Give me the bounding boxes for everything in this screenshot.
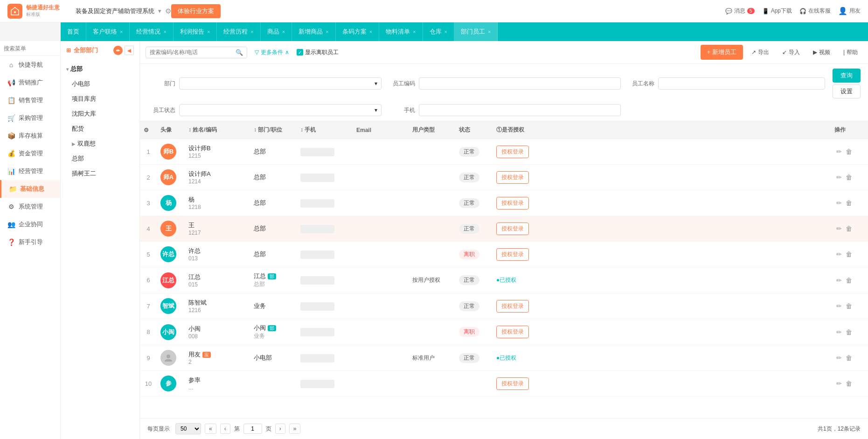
delete-button[interactable]: 🗑	[844, 173, 854, 182]
tab-barcode[interactable]: 条码方案 ×	[336, 22, 379, 41]
search-input[interactable]	[150, 49, 234, 56]
sidebar-item-operation[interactable]: 📊 经营管理	[0, 162, 60, 180]
dept-edit-icon[interactable]: ✏	[113, 46, 123, 55]
tab-home[interactable]: 首页	[61, 22, 86, 41]
dept-node-zongbu[interactable]: ▾ 总部	[61, 62, 139, 77]
close-warehouse-tab[interactable]: ×	[444, 29, 447, 35]
sidebar-item-marketing[interactable]: 📢 营销推广	[0, 74, 60, 91]
filter-emp-name-input[interactable]	[658, 77, 825, 90]
export-button[interactable]: ↗ 导出	[747, 46, 774, 59]
close-customer-tab[interactable]: ×	[120, 29, 123, 35]
tab-customer[interactable]: 客户联络 ×	[86, 22, 130, 41]
tab-dept-staff[interactable]: 部门员工 ×	[454, 22, 498, 41]
tab-operation[interactable]: 经营情况 ×	[130, 22, 173, 41]
filter-dept-select[interactable]: ▾	[179, 77, 382, 90]
last-page-button[interactable]: »	[289, 424, 301, 434]
system-title-arrow[interactable]: ▾	[158, 7, 161, 14]
auth-login-button[interactable]: 授权登录	[496, 300, 529, 313]
edit-button[interactable]: ✏	[834, 173, 844, 182]
settings-icon[interactable]: ⚙	[165, 7, 171, 15]
page-input[interactable]	[243, 424, 262, 434]
query-button[interactable]: 查询	[833, 69, 861, 83]
close-history-tab[interactable]: ×	[250, 29, 253, 35]
edit-button[interactable]: ✏	[834, 301, 844, 311]
sidebar-item-inventory[interactable]: 📦 库存核算	[0, 127, 60, 145]
edit-button[interactable]: ✏	[834, 147, 844, 156]
help-button[interactable]: | 帮助	[839, 46, 862, 59]
video-button[interactable]: ▶ 视频	[808, 46, 835, 59]
tab-history[interactable]: 经营历程 ×	[217, 22, 260, 41]
tab-goods[interactable]: 商品 ×	[261, 22, 292, 41]
dept-node-peihuo[interactable]: 配货	[61, 121, 139, 136]
dept-node-xiaodian[interactable]: 小电部	[61, 77, 139, 91]
edit-button[interactable]: ✏	[834, 198, 844, 208]
sidebar-item-basic-info[interactable]: 📁 基础信息	[0, 180, 60, 198]
col-settings[interactable]: ⚙	[140, 121, 157, 139]
dept-collapse-icon[interactable]: ◀	[125, 46, 134, 55]
dept-node-shenyang[interactable]: 沈阳大库	[61, 106, 139, 121]
reset-button[interactable]: 设置	[833, 84, 861, 98]
user-item[interactable]: 👤 用友	[838, 7, 861, 15]
prev-page-button[interactable]: ‹	[220, 424, 230, 434]
auth-login-button[interactable]: 授权登录	[496, 197, 529, 209]
delete-button[interactable]: 🗑	[844, 379, 854, 388]
auth-login-button[interactable]: 授权登录	[496, 248, 529, 261]
delete-button[interactable]: 🗑	[844, 147, 854, 156]
delete-button[interactable]: 🗑	[844, 198, 854, 208]
sidebar-item-system[interactable]: ⚙ 系统管理	[0, 198, 60, 216]
delete-button[interactable]: 🗑	[844, 301, 854, 311]
delete-button[interactable]: 🗑	[844, 328, 854, 337]
sidebar-item-finance[interactable]: 💰 资金管理	[0, 145, 60, 162]
app-download-item[interactable]: 📱 App下载	[762, 7, 792, 15]
filter-emp-code-input[interactable]	[419, 77, 621, 90]
col-dept-pos[interactable]: ↕ 部门/职位	[250, 121, 297, 139]
col-phone[interactable]: ↕ 手机	[297, 121, 353, 139]
auth-login-button[interactable]: 授权登录	[496, 146, 529, 158]
sidebar-item-guide[interactable]: ❓ 新手引导	[0, 233, 60, 251]
delete-button[interactable]: 🗑	[844, 353, 854, 362]
close-bom-tab[interactable]: ×	[413, 29, 416, 35]
auth-login-button[interactable]: 授权登录	[496, 171, 529, 184]
delete-button[interactable]: 🗑	[844, 250, 854, 259]
close-profit-tab[interactable]: ×	[207, 29, 210, 35]
auth-login-button[interactable]: 授权登录	[496, 326, 529, 338]
edit-button[interactable]: ✏	[834, 328, 844, 337]
import-button[interactable]: ↙ 导入	[778, 46, 805, 59]
auth-login-button[interactable]: 授权登录	[496, 223, 529, 235]
sidebar-item-purchase[interactable]: 🛒 采购管理	[0, 109, 60, 127]
dept-node-xiangmu[interactable]: 项目库房	[61, 91, 139, 106]
auth-login-button[interactable]: 授权登录	[496, 377, 529, 390]
sidebar-item-sales[interactable]: 📋 销售管理	[0, 91, 60, 109]
edit-button[interactable]: ✏	[834, 250, 844, 259]
dept-node-puwang[interactable]: 插树王二	[61, 166, 139, 181]
add-employee-button[interactable]: + 新增员工	[701, 45, 743, 60]
sidebar-item-quick-nav[interactable]: ⌂ 快捷导航	[0, 56, 60, 74]
close-dept-staff-tab[interactable]: ×	[488, 29, 491, 35]
message-item[interactable]: 💬 消息 5	[725, 7, 755, 15]
col-name-code[interactable]: ↕ 姓名/编码	[185, 121, 250, 139]
edit-button[interactable]: ✏	[834, 276, 844, 285]
sidebar-item-collab[interactable]: 👥 企业协同	[0, 216, 60, 233]
delete-button[interactable]: 🗑	[844, 276, 854, 285]
more-filter-button[interactable]: ▽ 更多条件 ∧	[251, 47, 293, 58]
tab-profit[interactable]: 利润报告 ×	[174, 22, 217, 41]
close-add-goods-tab[interactable]: ×	[326, 29, 328, 35]
next-page-button[interactable]: ›	[275, 424, 285, 434]
dept-node-zongbu2[interactable]: 总部	[61, 151, 139, 166]
show-inactive-toggle[interactable]: ✓ 显示离职员工	[297, 49, 339, 56]
edit-button[interactable]: ✏	[834, 353, 844, 362]
dept-node-shuangluo[interactable]: ▶ 双鹿想	[61, 136, 139, 151]
per-page-select[interactable]: 50 100	[175, 423, 201, 434]
close-barcode-tab[interactable]: ×	[369, 29, 372, 35]
tab-bom[interactable]: 物料清单 ×	[379, 22, 423, 41]
tab-add-goods[interactable]: 新增商品 ×	[292, 22, 335, 41]
close-goods-tab[interactable]: ×	[282, 29, 285, 35]
close-operation-tab[interactable]: ×	[163, 29, 166, 35]
service-item[interactable]: 🎧 在线客服	[799, 7, 831, 15]
sidebar-search-input[interactable]	[4, 45, 61, 52]
edit-button[interactable]: ✏	[834, 224, 844, 233]
delete-button[interactable]: 🗑	[844, 224, 854, 233]
first-page-button[interactable]: «	[205, 424, 216, 434]
filter-status-select[interactable]: ▾	[179, 104, 382, 116]
filter-phone-input[interactable]	[419, 104, 621, 116]
